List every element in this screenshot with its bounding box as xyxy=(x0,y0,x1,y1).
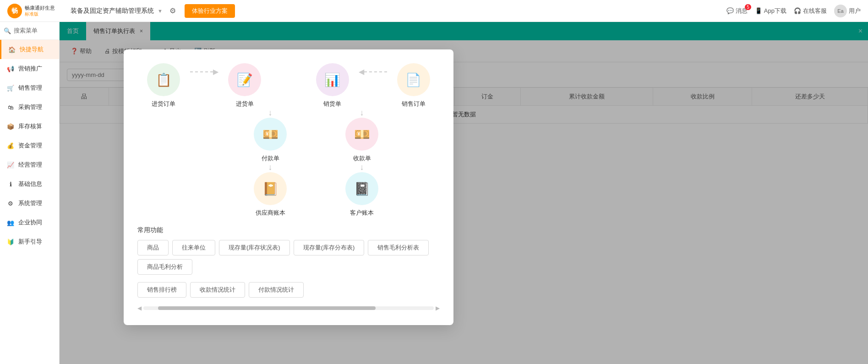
enterprise-icon: 👥 xyxy=(6,218,15,227)
home-icon: 🏠 xyxy=(8,45,16,54)
purchase-order-icon: 📋 xyxy=(156,72,172,87)
sales-order-circle: 📄 xyxy=(397,63,430,96)
arrow-sales-order-to-bill: ◀ xyxy=(359,68,387,103)
customer-ledger-icon: 📓 xyxy=(354,181,370,196)
scrollbar-track xyxy=(143,306,434,310)
sidebar-item-quick-nav[interactable]: 🏠 快捷导航 xyxy=(0,40,59,59)
modal-box: 📋 进货订单 ▶ xyxy=(124,49,453,325)
flow-row-2: 💴 付款单 💴 收款单 xyxy=(243,118,440,163)
user-menu[interactable]: Ea 用户 xyxy=(834,5,861,17)
function-btn-row2-2[interactable]: 付款情况统计 xyxy=(249,282,304,298)
operations-icon: 📈 xyxy=(6,161,15,169)
sidebar-item-newbie[interactable]: 🔰 新手引导 xyxy=(0,232,59,251)
flow-node-purchase-order[interactable]: 📋 进货订单 xyxy=(137,63,190,108)
function-btn-0[interactable]: 商品 xyxy=(137,240,169,255)
top-bar: 畅 畅康通好生意 标准版 装备及固定资产辅助管理系统 ▼ ⚙ 体验行业方案 💬 … xyxy=(0,0,868,22)
service-icon: 🎧 xyxy=(794,7,801,14)
newbie-icon: 🔰 xyxy=(6,238,15,246)
flow-node-customer-ledger[interactable]: 📓 客户账本 xyxy=(334,172,389,217)
app-icon: 📱 xyxy=(755,7,762,14)
top-right-area: 💬 消息 5 📱 App下载 🎧 在线客服 Ea 用户 xyxy=(726,5,861,17)
sidebar-item-enterprise[interactable]: 👥 企业协同 xyxy=(0,213,59,232)
arrow-purchase-to-bill: ▶ xyxy=(190,68,218,103)
purchase-order-label: 进货订单 xyxy=(152,100,175,108)
system-icon: ⚙ xyxy=(6,199,15,207)
app-download-button[interactable]: 📱 App下载 xyxy=(755,7,786,15)
flow-diagram: 📋 进货订单 ▶ xyxy=(137,63,440,217)
function-btn-4[interactable]: 销售毛利分析表 xyxy=(368,240,429,255)
function-btn-3[interactable]: 现存量(库存分布表) xyxy=(294,240,365,255)
experience-button[interactable]: 体验行业方案 xyxy=(185,4,235,18)
function-btn-row2-1[interactable]: 收款情况统计 xyxy=(190,282,245,298)
sidebar: 🔍 搜索菜单 🏠 快捷导航 📢 营销推广 🛒 销售管理 🛍 采购管理 📦 xyxy=(0,22,60,364)
supplier-ledger-label: 供应商账本 xyxy=(256,209,285,217)
system-title: 装备及固定资产辅助管理系统 ▼ xyxy=(71,7,163,15)
common-functions: 常用功能 商品往来单位现存量(库存状况表)现存量(库存分布表)销售毛利分析表商品… xyxy=(137,226,440,298)
app-wrapper: 畅 畅康通好生意 标准版 装备及固定资产辅助管理系统 ▼ ⚙ 体验行业方案 💬 … xyxy=(0,0,868,364)
sidebar-item-inventory[interactable]: 📦 库存核算 xyxy=(0,117,59,136)
search-icon: 🔍 xyxy=(4,27,11,34)
basic-info-icon: ℹ xyxy=(6,180,15,188)
function-btn-5[interactable]: 商品毛利分析 xyxy=(137,259,192,275)
scrollbar-thumb[interactable] xyxy=(158,306,376,310)
payment-circle: 💴 xyxy=(254,118,287,151)
receipt-icon: 💴 xyxy=(354,127,370,142)
sales-bill-icon: 📊 xyxy=(324,72,340,87)
flow-row-3: 📔 供应商账本 📓 客户账本 xyxy=(243,172,440,217)
purchase-icon: 🛍 xyxy=(6,103,15,111)
sidebar-item-system[interactable]: ⚙ 系统管理 xyxy=(0,194,59,213)
function-buttons-row1: 商品往来单位现存量(库存状况表)现存量(库存分布表)销售毛利分析表商品毛利分析销… xyxy=(137,240,440,298)
online-service-button[interactable]: 🎧 在线客服 xyxy=(794,7,827,15)
logo-icon: 畅 xyxy=(7,4,22,18)
flow-node-purchase-bill[interactable]: 📝 进货单 xyxy=(218,63,271,108)
message-button[interactable]: 💬 消息 5 xyxy=(726,7,748,15)
modal-overlay: 📋 进货订单 ▶ xyxy=(60,22,868,364)
sales-order-label: 销售订单 xyxy=(402,100,426,108)
main-area: 🔍 搜索菜单 🏠 快捷导航 📢 营销推广 🛒 销售管理 🛍 采购管理 📦 xyxy=(0,22,868,364)
marketing-icon: 📢 xyxy=(6,65,15,73)
avatar: Ea xyxy=(834,5,847,17)
sales-icon: 🛒 xyxy=(6,84,15,92)
content-area: 首页 销售订单执行表 × × ❓ 帮助 🖨 按模板打印 ▼ xyxy=(60,22,868,364)
sales-order-icon: 📄 xyxy=(405,72,421,87)
message-badge: 5 xyxy=(745,4,751,10)
flow-node-receipt[interactable]: 💴 收款单 xyxy=(334,118,389,163)
sidebar-item-sales[interactable]: 🛒 销售管理 xyxy=(0,78,59,98)
sidebar-item-finance[interactable]: 💰 资金管理 xyxy=(0,136,59,155)
sidebar-item-operations[interactable]: 📈 经营管理 xyxy=(0,155,59,174)
supplier-ledger-circle: 📔 xyxy=(254,172,287,205)
receipt-circle: 💴 xyxy=(345,118,378,151)
purchase-bill-label: 进货单 xyxy=(236,100,254,108)
purchase-bill-circle: 📝 xyxy=(228,63,261,96)
scroll-right-button[interactable]: ▶ xyxy=(436,305,440,311)
sidebar-item-marketing[interactable]: 📢 营销推广 xyxy=(0,59,59,78)
sales-bill-circle: 📊 xyxy=(316,63,349,96)
customer-ledger-label: 客户账本 xyxy=(350,209,374,217)
settings-icon[interactable]: ⚙ xyxy=(166,5,179,17)
flow-arrows-down-row2: ↓ ↓ xyxy=(243,163,440,172)
supplier-ledger-icon: 📔 xyxy=(262,181,278,196)
logo-area: 畅 畅康通好生意 标准版 xyxy=(7,4,67,18)
sales-bill-label: 销货单 xyxy=(323,100,341,108)
receipt-label: 收款单 xyxy=(353,154,371,163)
payment-icon: 💴 xyxy=(262,127,278,142)
customer-ledger-circle: 📓 xyxy=(345,172,378,205)
purchase-bill-icon: 📝 xyxy=(237,72,253,87)
dropdown-icon[interactable]: ▼ xyxy=(158,8,163,14)
sidebar-item-purchase[interactable]: 🛍 采购管理 xyxy=(0,98,59,117)
function-btn-row2-0[interactable]: 销售排行榜 xyxy=(137,282,186,298)
flow-node-supplier-ledger[interactable]: 📔 供应商账本 xyxy=(243,172,298,217)
scroll-left-button[interactable]: ◀ xyxy=(137,305,142,311)
flow-node-sales-bill[interactable]: 📊 销货单 xyxy=(306,63,359,108)
inventory-icon: 📦 xyxy=(6,122,15,130)
sidebar-search[interactable]: 🔍 搜索菜单 xyxy=(0,22,59,40)
flow-row-1: 📋 进货订单 ▶ xyxy=(137,63,440,108)
flow-node-sales-order[interactable]: 📄 销售订单 xyxy=(387,63,440,108)
scroll-area: ◀ ▶ xyxy=(137,305,440,311)
sidebar-item-basic-info[interactable]: ℹ 基础信息 xyxy=(0,174,59,194)
payment-label: 付款单 xyxy=(262,154,279,163)
function-btn-1[interactable]: 往来单位 xyxy=(172,240,215,255)
function-btn-2[interactable]: 现存量(库存状况表) xyxy=(219,240,290,255)
flow-node-payment[interactable]: 💴 付款单 xyxy=(243,118,298,163)
finance-icon: 💰 xyxy=(6,141,15,150)
